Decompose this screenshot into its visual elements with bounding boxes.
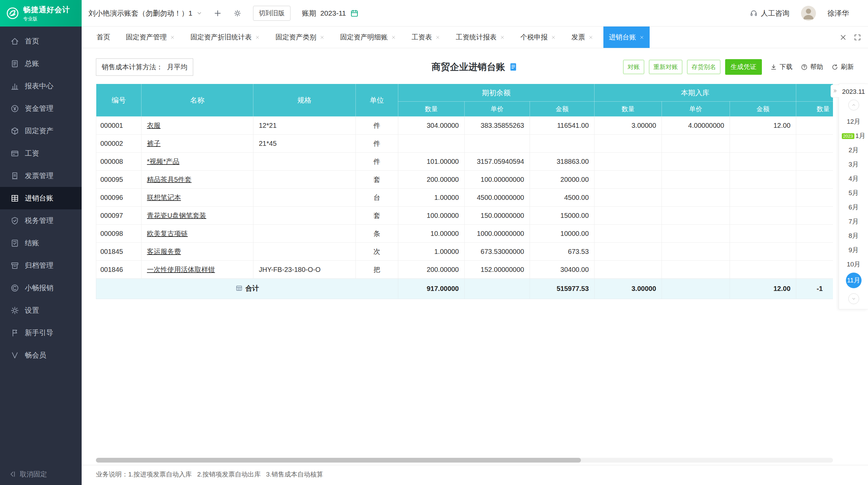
fullscreen-icon[interactable] — [854, 34, 861, 41]
sidebar-item-report-center[interactable]: 报表中心 — [0, 75, 82, 97]
sidebar-item-fixed-assets[interactable]: 固定资产 — [0, 120, 82, 142]
calendar-month-12月[interactable]: 12月 — [839, 115, 868, 129]
calendar-icon[interactable] — [350, 9, 359, 18]
calendar-month-11月[interactable]: 11月 — [839, 272, 868, 289]
tab-个税申报[interactable]: 个税申报 — [515, 27, 561, 48]
month-label: 11月 — [846, 273, 862, 288]
tab-close-icon[interactable] — [255, 35, 260, 40]
tab-close-icon[interactable] — [588, 35, 593, 40]
tab-发票[interactable]: 发票 — [566, 27, 599, 48]
table-cell — [253, 225, 356, 243]
calendar-month-3月[interactable]: 3月 — [839, 157, 868, 172]
reimburse-icon — [10, 283, 19, 293]
tab-固定资产明细账[interactable]: 固定资产明细账 — [335, 27, 401, 48]
support-link[interactable]: 人工咨询 — [750, 8, 789, 18]
switch-old-version-button[interactable]: 切到旧版 — [253, 6, 290, 21]
add-icon[interactable] — [214, 9, 222, 17]
tab-close-icon[interactable] — [170, 35, 175, 40]
tab-close-icon[interactable] — [320, 35, 324, 40]
item-name-link[interactable]: 青花瓷U盘钢笔套装 — [147, 212, 206, 219]
tab-工资统计报表[interactable]: 工资统计报表 — [450, 27, 510, 48]
help-button[interactable]: 帮助 — [801, 63, 823, 71]
cost-method-value: 月平均 — [167, 63, 187, 72]
column-group-header: 期初余额 — [398, 84, 595, 102]
download-button[interactable]: 下载 — [770, 63, 792, 71]
sidebar-item-member[interactable]: 畅会员 — [0, 344, 82, 366]
total-value: 12.00 — [730, 279, 796, 299]
item-name-link[interactable]: *视频*产品 — [147, 158, 180, 165]
tab-进销台账[interactable]: 进销台账 — [603, 27, 650, 48]
table-cell — [253, 171, 356, 189]
tab-固定资产管理[interactable]: 固定资产管理 — [120, 27, 180, 48]
table-cell: 001845 — [96, 243, 141, 261]
refresh-button[interactable]: 刷新 — [831, 63, 854, 71]
funds-icon — [10, 104, 19, 113]
sidebar-item-general-ledger[interactable]: 总账 — [0, 52, 82, 75]
table-cell: 15000.00 — [530, 207, 595, 225]
item-name-link[interactable]: 衣服 — [147, 122, 161, 129]
tab-close-icon[interactable] — [500, 35, 505, 40]
tab-close-icon[interactable] — [435, 35, 440, 40]
calendar-month-5月[interactable]: 5月 — [839, 186, 868, 200]
calendar-month-8月[interactable]: 8月 — [839, 229, 868, 243]
close-all-tabs-icon[interactable] — [839, 34, 847, 41]
sidebar-item-funds[interactable]: 资金管理 — [0, 97, 82, 120]
avatar[interactable] — [801, 6, 816, 21]
calendar-month-4月[interactable]: 4月 — [839, 172, 868, 186]
total-label-cell: 合计 — [96, 279, 398, 299]
tab-工资表[interactable]: 工资表 — [406, 27, 446, 48]
document-icon[interactable] — [508, 62, 518, 72]
generate-voucher-button[interactable]: 生成凭证 — [725, 59, 762, 75]
tab-固定资产类别[interactable]: 固定资产类别 — [270, 27, 330, 48]
account-switcher[interactable]: 刘小艳演示账套（勿删勿动！）1 — [88, 8, 202, 18]
sidebar-item-reimburse[interactable]: 小畅报销 — [0, 277, 82, 299]
table-cell: 12.00 — [730, 117, 796, 135]
collapse-calendar-icon[interactable] — [831, 85, 839, 98]
item-name-link[interactable]: 一次性使用活体取样钳 — [147, 266, 215, 273]
unpin-button[interactable]: 取消固定 — [0, 463, 82, 485]
sidebar-item-closing[interactable]: 结账 — [0, 232, 82, 254]
tab-label: 工资统计报表 — [456, 33, 497, 42]
sidebar-item-tax[interactable]: 税务管理 — [0, 209, 82, 232]
item-name-link[interactable]: 客运服务费 — [147, 248, 181, 255]
table-cell — [253, 243, 356, 261]
horizontal-scrollbar[interactable] — [96, 458, 581, 463]
month-label: 8月 — [849, 231, 859, 240]
calendar-month-9月[interactable]: 9月 — [839, 243, 868, 257]
inventory-alias-button[interactable]: 存货别名 — [687, 60, 720, 74]
tab-close-icon[interactable] — [551, 35, 556, 40]
total-value — [662, 279, 730, 299]
table-cell: 000008 — [96, 153, 141, 171]
sidebar-item-home[interactable]: 首页 — [0, 30, 82, 52]
item-name-link[interactable]: 裤子 — [147, 140, 161, 147]
sidebar-item-settings[interactable]: 设置 — [0, 299, 82, 322]
calendar-month-1月[interactable]: 20231月 — [839, 129, 868, 143]
tab-close-icon[interactable] — [639, 35, 644, 40]
gear-icon[interactable] — [233, 9, 241, 17]
sidebar-item-invoice[interactable]: 发票管理 — [0, 164, 82, 187]
table-cell — [662, 189, 730, 207]
item-name-link[interactable]: 欧美复古项链 — [147, 230, 188, 237]
calendar-month-10月[interactable]: 10月 — [839, 257, 868, 272]
period-value[interactable]: 2023-11 — [320, 9, 346, 17]
table-cell — [662, 135, 730, 153]
tab-close-icon[interactable] — [391, 35, 396, 40]
re-reconcile-button[interactable]: 重新对账 — [649, 60, 682, 74]
calendar-month-7月[interactable]: 7月 — [839, 214, 868, 229]
reconcile-button[interactable]: 对账 — [623, 60, 644, 74]
item-name-link[interactable]: 精品茶具5件套 — [147, 176, 191, 183]
tab-固定资产折旧统计表[interactable]: 固定资产折旧统计表 — [185, 27, 265, 48]
item-name-link[interactable]: 联想笔记本 — [147, 194, 181, 201]
sidebar-item-guide[interactable]: 新手引导 — [0, 322, 82, 344]
table-cell: 客运服务费 — [141, 243, 253, 261]
calendar-month-6月[interactable]: 6月 — [839, 200, 868, 214]
sidebar-item-label: 固定资产 — [25, 126, 53, 136]
calendar-up-icon[interactable] — [848, 100, 859, 110]
sidebar-item-purchase-sale-ledger[interactable]: 进销台账 — [0, 187, 82, 209]
calendar-down-icon[interactable] — [848, 293, 859, 304]
month-label: 7月 — [849, 217, 859, 226]
sidebar-item-salary[interactable]: 工资 — [0, 142, 82, 164]
calendar-month-2月[interactable]: 2月 — [839, 143, 868, 157]
tab-首页[interactable]: 首页 — [91, 27, 116, 48]
sidebar-item-archive[interactable]: 归档管理 — [0, 254, 82, 277]
